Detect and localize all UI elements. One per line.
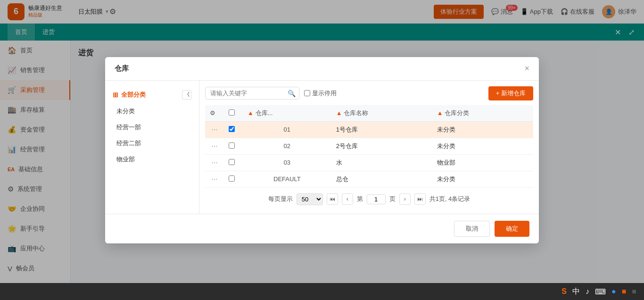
row-gear-cell: ··· xyxy=(205,121,224,138)
per-page-label: 每页显示 xyxy=(268,195,293,203)
bottom-icon-s[interactable]: S xyxy=(561,287,567,296)
bottom-icon-circle[interactable]: ● xyxy=(611,287,616,296)
row-category: 未分类 xyxy=(432,171,533,187)
row-gear-cell: ··· xyxy=(205,154,224,171)
row-actions-icon[interactable]: ··· xyxy=(211,142,217,150)
all-categories-item[interactable]: ⊞ 全部分类 《 xyxy=(105,86,199,103)
modal-overlay: 仓库 × ⊞ 全部分类 《 未分类 经营一部 经营二部 xyxy=(0,0,644,300)
row-num: 03 xyxy=(243,154,331,171)
category-item-property[interactable]: 物业部 xyxy=(105,151,199,167)
modal-footer: 取消 确定 xyxy=(105,214,539,243)
row-name: 2号仓库 xyxy=(331,138,432,154)
sort-icon-name: ▲ xyxy=(336,109,342,117)
next-page-button[interactable]: › xyxy=(399,193,411,205)
bottom-icon-square-orange[interactable]: ■ xyxy=(622,287,627,296)
page-summary: 共1页, 4条记录 xyxy=(429,195,471,203)
row-checkbox-cell xyxy=(224,121,243,138)
row-gear-cell: ··· xyxy=(205,171,224,187)
bottom-icon-keyboard[interactable]: ⌨ xyxy=(595,287,606,296)
bottom-icon-square-dark[interactable]: ■ xyxy=(632,287,636,296)
row-category: 未分类 xyxy=(432,121,533,138)
prev-page-button[interactable]: ‹ xyxy=(342,193,353,205)
category-item-unclassified[interactable]: 未分类 xyxy=(105,103,199,119)
modal-close-button[interactable]: × xyxy=(524,64,529,74)
first-page-button[interactable]: ⏮ xyxy=(327,193,338,205)
bottom-icon-chinese[interactable]: 中 xyxy=(572,287,580,297)
category-item-ops2[interactable]: 经营二部 xyxy=(105,135,199,151)
table-row[interactable]: ··· 01 1号仓库 未分类 xyxy=(205,121,533,138)
row-name: 1号仓库 xyxy=(331,121,432,138)
show-disabled-checkbox[interactable] xyxy=(304,90,310,96)
all-categories-label: 全部分类 xyxy=(121,91,146,99)
cancel-button[interactable]: 取消 xyxy=(454,221,490,237)
modal-header: 仓库 × xyxy=(105,57,539,81)
sort-icon-category: ▲ xyxy=(437,109,443,117)
select-all-checkbox[interactable] xyxy=(229,109,235,116)
search-icon: 🔍 xyxy=(288,90,296,97)
table-toolbar: 🔍 显示停用 + 新增仓库 xyxy=(205,86,533,100)
table-row[interactable]: ··· 02 2号仓库 未分类 xyxy=(205,138,533,154)
row-gear-cell: ··· xyxy=(205,138,224,154)
col-gear: ⚙ xyxy=(205,105,224,122)
grid-icon: ⊞ xyxy=(113,91,118,99)
add-warehouse-button[interactable]: + 新增仓库 xyxy=(488,86,533,100)
row-num: 01 xyxy=(243,121,331,138)
search-wrap: 🔍 xyxy=(205,87,299,100)
bottom-icon-audio[interactable]: ♪ xyxy=(586,287,589,296)
warehouse-modal: 仓库 × ⊞ 全部分类 《 未分类 经营一部 经营二部 xyxy=(105,57,539,243)
modal-body: ⊞ 全部分类 《 未分类 经营一部 经营二部 物业部 xyxy=(105,81,539,214)
row-checkbox-cell xyxy=(224,154,243,171)
modal-title: 仓库 xyxy=(115,64,129,73)
table-panel: 🔍 显示停用 + 新增仓库 ⚙ xyxy=(199,81,539,214)
row-checkbox[interactable] xyxy=(229,142,235,149)
page-number-input[interactable] xyxy=(367,194,386,204)
gear-header-icon: ⚙ xyxy=(210,109,215,117)
search-input[interactable] xyxy=(205,87,299,100)
row-actions-icon[interactable]: ··· xyxy=(211,158,217,167)
col-code: ▲ 仓库... xyxy=(243,105,331,122)
pagination: 每页显示 50 20 100 ⏮ ‹ 第 页 › ⏭ 共1页, 4条记录 xyxy=(205,188,533,208)
page-label: 第 xyxy=(357,195,363,203)
row-num: 02 xyxy=(243,138,331,154)
per-page-select[interactable]: 50 20 100 xyxy=(297,193,323,205)
col-name: ▲ 仓库名称 xyxy=(331,105,432,122)
collapse-button[interactable]: 《 xyxy=(182,90,191,100)
col-category: ▲ 仓库分类 xyxy=(432,105,533,122)
row-checkbox[interactable] xyxy=(229,159,235,165)
show-disabled-label[interactable]: 显示停用 xyxy=(304,89,337,98)
warehouse-table: ⚙ ▲ 仓库... ▲ 仓库名称 xyxy=(205,105,533,188)
row-checkbox-cell xyxy=(224,138,243,154)
category-item-ops1[interactable]: 经营一部 xyxy=(105,119,199,135)
row-actions-icon[interactable]: ··· xyxy=(211,125,217,133)
row-checkbox[interactable] xyxy=(229,126,235,132)
row-name: 总仓 xyxy=(331,171,432,187)
row-category: 物业部 xyxy=(432,154,533,171)
row-name: 水 xyxy=(331,154,432,171)
row-num: DEFAULT xyxy=(243,171,331,187)
confirm-button[interactable]: 确定 xyxy=(495,221,529,237)
last-page-button[interactable]: ⏭ xyxy=(414,193,426,205)
bottom-bar: S 中 ♪ ⌨ ● ■ ■ xyxy=(0,283,644,300)
col-checkbox xyxy=(224,105,243,122)
page-end-label: 页 xyxy=(389,195,396,203)
row-checkbox[interactable] xyxy=(229,175,235,182)
table-row[interactable]: ··· DEFAULT 总仓 未分类 xyxy=(205,171,533,187)
row-category: 未分类 xyxy=(432,138,533,154)
row-checkbox-cell xyxy=(224,171,243,187)
table-row[interactable]: ··· 03 水 物业部 xyxy=(205,154,533,171)
row-actions-icon[interactable]: ··· xyxy=(211,175,217,183)
category-panel: ⊞ 全部分类 《 未分类 经营一部 经营二部 物业部 xyxy=(105,81,199,214)
sort-icon-code: ▲ xyxy=(248,109,254,117)
